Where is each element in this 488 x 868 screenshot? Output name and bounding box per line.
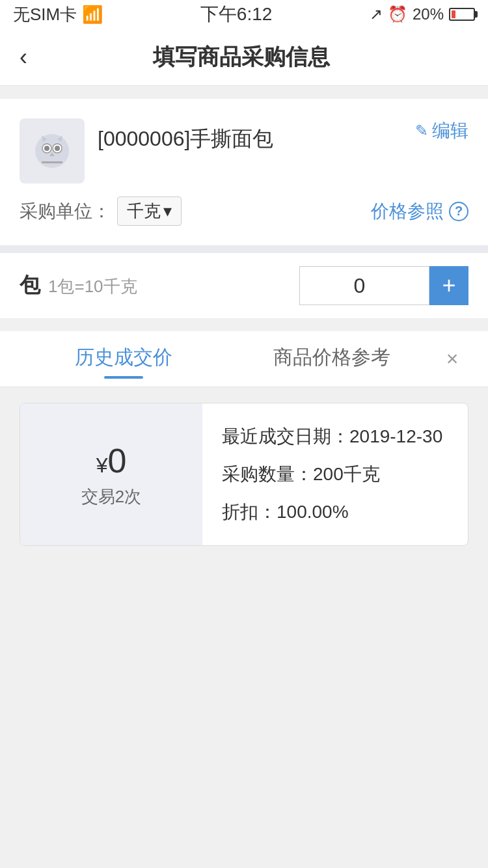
dropdown-arrow-icon: ▾	[163, 201, 172, 221]
svg-point-3	[44, 146, 49, 151]
discount-value: 100.00%	[277, 502, 349, 522]
edit-icon: ✎	[415, 122, 428, 140]
quantity-unit-name: 包	[20, 271, 40, 300]
product-top: [0000006]手撕面包 ✎ 编辑	[20, 118, 468, 183]
product-card: [0000006]手撕面包 ✎ 编辑 采购单位： 千克 ▾ 价格参照 ?	[0, 99, 488, 245]
close-panel-button[interactable]: ×	[436, 343, 468, 375]
product-name: [0000006]手撕面包	[98, 118, 273, 154]
svg-rect-8	[42, 161, 62, 163]
back-button[interactable]: ‹	[20, 44, 40, 71]
date-value: 2019-12-30	[349, 426, 442, 446]
status-right: ↗ ⏰ 20%	[370, 5, 475, 23]
tab-history-price[interactable]: 历史成交价	[20, 331, 228, 387]
tab-history-label: 历史成交价	[75, 344, 172, 371]
status-bar: 无SIM卡 📶 下午6:12 ↗ ⏰ 20%	[0, 0, 488, 29]
unit-row: 采购单位： 千克 ▾	[20, 197, 182, 226]
date-label: 最近成交日期：	[222, 426, 349, 446]
time-display: 下午6:12	[200, 2, 273, 27]
unit-value: 千克	[127, 200, 161, 223]
quantity-input[interactable]	[299, 266, 429, 305]
product-image	[20, 118, 85, 183]
price-amount-display: ¥0	[96, 441, 127, 480]
alarm-icon: ⏰	[388, 5, 407, 23]
quantity-control: +	[299, 266, 468, 305]
section-separator	[0, 245, 488, 253]
price-value: 0	[107, 442, 126, 480]
tab-product-label: 商品价格参考	[273, 344, 390, 371]
tab-active-indicator	[104, 376, 143, 379]
help-icon: ?	[449, 202, 468, 221]
edit-label: 编辑	[432, 118, 468, 143]
currency-symbol: ¥	[96, 454, 108, 477]
price-summary-left: ¥0 交易2次	[20, 403, 202, 545]
wifi-icon: 📶	[82, 5, 103, 25]
price-detail-right: 最近成交日期：2019-12-30 采购数量：200千克 折扣：100.00%	[202, 403, 468, 545]
trade-count-label: 交易2次	[81, 485, 141, 508]
nav-bar: ‹ 填写商品采购信息	[0, 29, 488, 86]
discount-row: 折扣：100.00%	[222, 498, 448, 526]
status-left: 无SIM卡 📶	[13, 3, 103, 26]
page-rest-area	[0, 562, 488, 868]
location-icon: ↗	[370, 5, 383, 23]
product-bottom: 采购单位： 千克 ▾ 价格参照 ?	[20, 197, 468, 226]
signal-text: 无SIM卡	[13, 3, 77, 26]
purchase-qty-row: 采购数量：200千克	[222, 461, 448, 488]
product-left: [0000006]手撕面包	[20, 118, 273, 183]
battery-percent: 20%	[413, 5, 444, 23]
quantity-plus-button[interactable]: +	[429, 266, 468, 305]
svg-point-4	[55, 146, 60, 151]
product-logo-icon	[33, 131, 72, 170]
tab-product-price-ref[interactable]: 商品价格参考	[228, 331, 436, 387]
product-title: 手撕面包	[190, 127, 273, 150]
qty-value: 200千克	[313, 464, 380, 484]
price-info-card: ¥0 交易2次 最近成交日期：2019-12-30 采购数量：200千克 折扣：…	[20, 403, 468, 546]
edit-button[interactable]: ✎ 编辑	[415, 118, 468, 143]
tabs-bar: 历史成交价 商品价格参考 ×	[0, 331, 488, 387]
battery-icon	[449, 8, 475, 21]
qty-label: 采购数量：	[222, 464, 313, 484]
quantity-conversion-note: 1包=10千克	[48, 275, 137, 298]
last-transaction-date-row: 最近成交日期：2019-12-30	[222, 423, 448, 450]
product-id: [0000006]	[98, 127, 190, 150]
quantity-row: 包 1包=10千克 +	[0, 253, 488, 318]
price-ref-label: 价格参照	[371, 199, 444, 224]
unit-select-dropdown[interactable]: 千克 ▾	[117, 197, 182, 226]
unit-label: 采购单位：	[20, 199, 111, 224]
discount-label: 折扣：	[222, 502, 277, 522]
quantity-label: 包 1包=10千克	[20, 271, 137, 300]
price-reference-button[interactable]: 价格参照 ?	[371, 199, 468, 224]
page-title: 填写商品采购信息	[40, 42, 442, 72]
